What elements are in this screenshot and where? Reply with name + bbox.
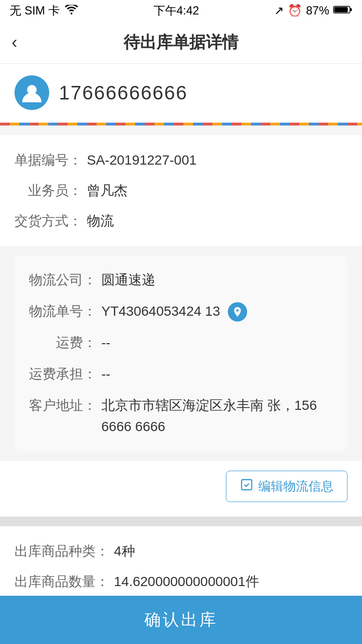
- edit-btn-container: 编辑物流信息: [0, 461, 362, 517]
- freight-value: --: [101, 332, 333, 354]
- logistics-company-label: 物流公司：: [29, 269, 97, 291]
- battery-icon: [333, 4, 352, 17]
- goods-quantity-row: 出库商品数量： 14.620000000000001件: [14, 571, 348, 593]
- edit-logistics-label: 编辑物流信息: [258, 478, 334, 495]
- logistics-company-value: 圆通速递: [101, 269, 333, 291]
- address-label: 客户地址：: [29, 395, 97, 417]
- salesperson-label: 业务员：: [14, 180, 82, 202]
- svg-rect-2: [334, 7, 348, 13]
- edit-logistics-button[interactable]: 编辑物流信息: [226, 471, 348, 502]
- document-no-row: 单据编号： SA-20191227-001: [14, 150, 348, 171]
- goods-category-value: 4种: [114, 541, 135, 562]
- status-left: 无 SIM 卡: [10, 3, 78, 18]
- delivery-method-row: 交货方式： 物流: [14, 210, 348, 232]
- document-no-value: SA-20191227-001: [87, 150, 348, 171]
- user-header: 17666666666: [0, 64, 362, 122]
- freight-label: 运费：: [29, 332, 97, 354]
- avatar: [14, 75, 49, 110]
- freight-row: 运费： --: [29, 332, 333, 354]
- status-time: 下午4:42: [153, 3, 199, 18]
- dashed-divider: [0, 122, 362, 126]
- logistics-company-row: 物流公司： 圆通速递: [29, 269, 333, 291]
- address-value: 北京市市辖区海淀区永丰南 张，156 6666 6666: [101, 395, 333, 438]
- freight-bearer-label: 运费承担：: [29, 364, 97, 385]
- logistics-section: 物流公司： 圆通速递 物流单号： YT43064053424 13 运费： --…: [14, 256, 348, 451]
- salesperson-row: 业务员： 曾凡杰: [14, 180, 348, 202]
- goods-category-row: 出库商品种类： 4种: [14, 541, 348, 562]
- location-status-icon: ↗: [274, 4, 284, 17]
- freight-bearer-value: --: [101, 364, 333, 385]
- goods-quantity-label: 出库商品数量：: [14, 571, 109, 593]
- document-no-label: 单据编号：: [14, 150, 82, 171]
- svg-rect-1: [350, 8, 352, 11]
- basic-info-section: 单据编号： SA-20191227-001 业务员： 曾凡杰 交货方式： 物流: [0, 135, 362, 246]
- confirm-outbound-label: 确认出库: [144, 609, 218, 631]
- wifi-icon: [65, 4, 78, 17]
- carrier-label: 无 SIM 卡: [10, 3, 60, 18]
- delivery-method-label: 交货方式：: [14, 210, 82, 232]
- track-location-button[interactable]: [228, 302, 247, 322]
- freight-bearer-row: 运费承担： --: [29, 364, 333, 385]
- goods-section: 出库商品种类： 4种 出库商品数量： 14.620000000000001件: [0, 526, 362, 607]
- svg-rect-4: [242, 480, 252, 490]
- nav-bar: ‹ 待出库单据详情: [0, 21, 362, 64]
- page-title: 待出库单据详情: [124, 31, 238, 54]
- delivery-method-value: 物流: [87, 210, 348, 232]
- tracking-no-row: 物流单号： YT43064053424 13: [29, 301, 333, 322]
- edit-icon: [240, 478, 253, 495]
- tracking-no-label: 物流单号：: [29, 301, 97, 322]
- status-right: ↗ ⏰ 87%: [274, 4, 352, 17]
- separator: [0, 517, 362, 526]
- goods-category-label: 出库商品种类：: [14, 541, 109, 562]
- salesperson-value: 曾凡杰: [87, 180, 348, 202]
- confirm-outbound-button[interactable]: 确认出库: [0, 596, 362, 644]
- tracking-no-value: YT43064053424 13: [101, 301, 333, 322]
- goods-quantity-value: 14.620000000000001件: [114, 571, 259, 593]
- battery-label: 87%: [306, 4, 329, 17]
- status-bar: 无 SIM 卡 下午4:42 ↗ ⏰ 87%: [0, 0, 362, 21]
- address-row: 客户地址： 北京市市辖区海淀区永丰南 张，156 6666 6666: [29, 395, 333, 438]
- user-phone: 17666666666: [59, 82, 188, 104]
- alarm-icon: ⏰: [288, 4, 302, 17]
- back-button[interactable]: ‹: [12, 32, 17, 53]
